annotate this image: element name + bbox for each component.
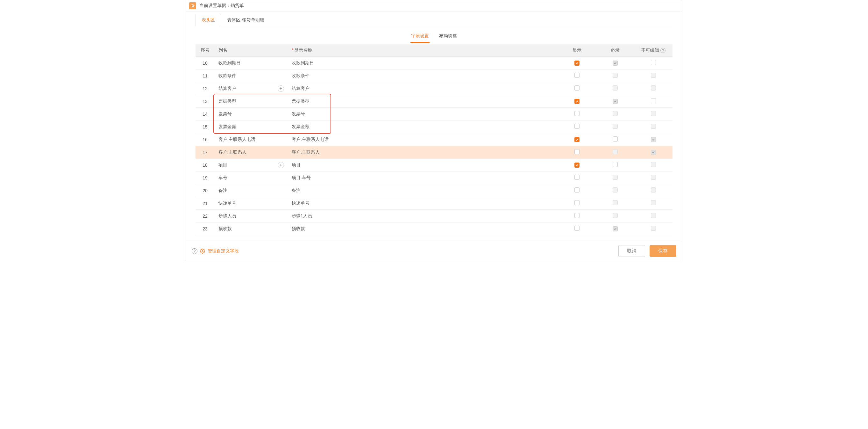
row-name: 步骤人员 <box>215 210 288 223</box>
sub-tab-0[interactable]: 字段设置 <box>410 31 430 43</box>
save-button[interactable]: 保存 <box>650 245 676 257</box>
manage-custom-fields-link[interactable]: 管理自定义字段 <box>208 248 239 254</box>
row-name: 收款到期日 <box>215 57 288 69</box>
row-display-name[interactable]: 结算客户 <box>288 82 558 95</box>
row-name: 快递单号 <box>215 197 288 210</box>
row-seq: 19 <box>195 171 215 184</box>
show-checkbox[interactable] <box>575 61 580 66</box>
header-title-prefix: 当前设置单据： <box>199 3 230 9</box>
show-checkbox[interactable] <box>575 73 580 78</box>
show-checkbox[interactable] <box>575 188 580 193</box>
sub-tabs: 字段设置布局调整 <box>195 26 673 43</box>
row-name: 客户.主联系人电话 <box>215 133 288 146</box>
required-checkbox <box>613 175 618 180</box>
table-row: 12结算客户结算客户 <box>195 82 673 95</box>
required-checkbox <box>613 226 618 231</box>
show-checkbox[interactable] <box>575 163 580 168</box>
required-checkbox <box>613 73 618 78</box>
row-name: 项目 <box>215 159 288 171</box>
row-seq: 18 <box>195 159 215 171</box>
table-row: 20备注备注 <box>195 184 673 197</box>
sub-tab-1[interactable]: 布局调整 <box>438 31 458 43</box>
row-name: 车号 <box>215 171 288 184</box>
row-display-name[interactable]: 客户.主联系人 <box>288 146 558 159</box>
required-checkbox[interactable] <box>613 136 618 142</box>
table-row: 18项目项目 <box>195 159 673 171</box>
row-seq: 16 <box>195 133 215 146</box>
table-row: 19车号项目.车号 <box>195 171 673 184</box>
show-checkbox[interactable] <box>575 85 580 90</box>
row-display-name[interactable]: 收款条件 <box>288 69 558 82</box>
show-checkbox[interactable] <box>575 124 580 129</box>
row-display-name[interactable]: 发票金额 <box>288 120 558 133</box>
add-child-button[interactable] <box>278 85 284 92</box>
row-display-name[interactable]: 步骤1人员 <box>288 210 558 223</box>
row-seq: 12 <box>195 82 215 95</box>
table-row: 14发票号发票号 <box>195 108 673 120</box>
required-checkbox <box>613 99 618 104</box>
expand-sidebar-button[interactable] <box>189 2 196 9</box>
row-seq: 14 <box>195 108 215 120</box>
readonly-checkbox[interactable] <box>651 60 656 65</box>
row-seq: 20 <box>195 184 215 197</box>
cancel-button[interactable]: 取消 <box>618 245 645 257</box>
row-name: 预收款 <box>215 223 288 235</box>
row-display-name[interactable]: 收款到期日 <box>288 57 558 69</box>
required-checkbox <box>613 111 618 116</box>
row-display-name[interactable]: 备注 <box>288 184 558 197</box>
show-checkbox[interactable] <box>575 213 580 218</box>
col-readonly: 不可编辑? <box>634 44 673 57</box>
row-display-name[interactable]: 项目.车号 <box>288 171 558 184</box>
row-name: 客户.主联系人 <box>215 146 288 159</box>
row-name: 结算客户 <box>215 82 288 95</box>
table-row: 13票据类型票据类型 <box>195 95 673 108</box>
col-show: 显示 <box>558 44 596 57</box>
main-tabs: 表头区表体区-销货单明细 <box>195 13 673 26</box>
show-checkbox[interactable] <box>575 175 580 180</box>
show-checkbox[interactable] <box>575 200 580 205</box>
readonly-checkbox <box>651 162 656 167</box>
row-display-name[interactable]: 发票号 <box>288 108 558 120</box>
required-checkbox <box>613 149 618 154</box>
row-display-name[interactable]: 客户.主联系人电话 <box>288 133 558 146</box>
table-row: 22步骤人员步骤1人员 <box>195 210 673 223</box>
readonly-checkbox[interactable] <box>651 98 656 103</box>
show-checkbox[interactable] <box>575 226 580 231</box>
table-row: 21快递单号快递单号 <box>195 197 673 210</box>
help-icon[interactable]: ? <box>660 48 665 53</box>
svg-point-0 <box>202 251 203 252</box>
readonly-checkbox <box>651 175 656 180</box>
readonly-checkbox <box>651 213 656 218</box>
table-row: 23预收款预收款 <box>195 223 673 235</box>
required-checkbox <box>613 188 618 193</box>
show-checkbox[interactable] <box>575 111 580 116</box>
required-checkbox[interactable] <box>613 162 618 167</box>
footer: ? 管理自定义字段 取消 保存 <box>186 241 682 261</box>
readonly-checkbox <box>651 85 656 90</box>
row-display-name[interactable]: 快递单号 <box>288 197 558 210</box>
table-row: 15发票金额发票金额 <box>195 120 673 133</box>
show-checkbox[interactable] <box>575 149 580 154</box>
table-row: 16客户.主联系人电话客户.主联系人电话 <box>195 133 673 146</box>
row-seq: 21 <box>195 197 215 210</box>
row-display-name[interactable]: 预收款 <box>288 223 558 235</box>
table-row: 11收款条件收款条件 <box>195 69 673 82</box>
table-row: 17客户.主联系人客户.主联系人 <box>195 146 673 159</box>
table-row: 10收款到期日收款到期日 <box>195 57 673 69</box>
row-seq: 23 <box>195 223 215 235</box>
row-name: 收款条件 <box>215 69 288 82</box>
add-child-button[interactable] <box>278 162 284 168</box>
row-display-name[interactable]: 项目 <box>288 159 558 171</box>
show-checkbox[interactable] <box>575 137 580 142</box>
readonly-checkbox <box>651 111 656 116</box>
footer-help-icon[interactable]: ? <box>192 248 197 254</box>
readonly-checkbox <box>651 188 656 193</box>
main-tab-1[interactable]: 表体区-销货单明细 <box>221 14 270 26</box>
gear-icon <box>200 249 205 254</box>
main-tab-0[interactable]: 表头区 <box>195 14 221 26</box>
row-name: 发票金额 <box>215 120 288 133</box>
show-checkbox[interactable] <box>575 99 580 104</box>
row-seq: 13 <box>195 95 215 108</box>
row-display-name[interactable]: 票据类型 <box>288 95 558 108</box>
required-checkbox <box>613 124 618 129</box>
